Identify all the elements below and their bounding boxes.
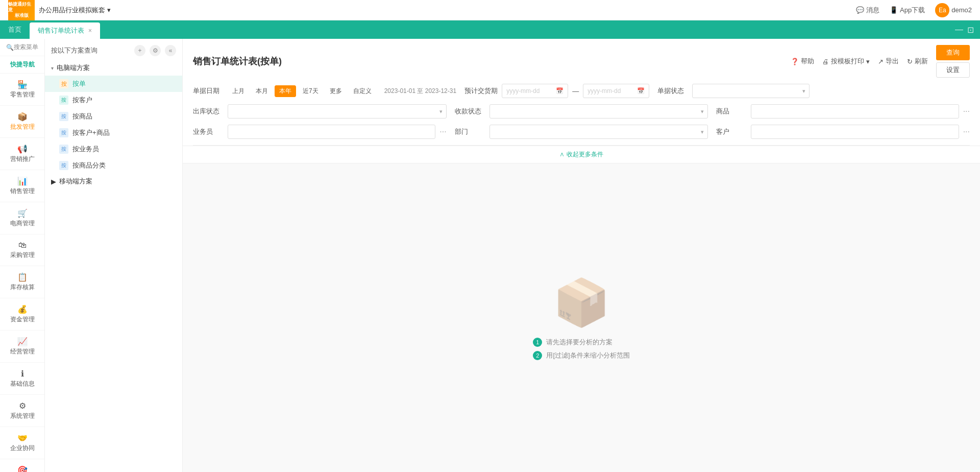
- scheme-item-by-customer[interactable]: 按 按客户: [45, 92, 182, 108]
- empty-state: 📦 1 请先选择要分析的方案 2 用[过滤]条件来缩小分析范围: [183, 163, 980, 472]
- purchase-label: 采购管理: [2, 251, 42, 259]
- date-buttons: 上月 本月 本年 近7天 更多 自定义: [228, 85, 376, 97]
- message-button[interactable]: 💬 消息: [856, 6, 879, 15]
- scheme-settings-button[interactable]: ⚙: [150, 45, 161, 56]
- sidebar-item-ecommerce[interactable]: 🛒 电商管理: [0, 202, 44, 234]
- sales-label: 销售管理: [2, 187, 42, 196]
- sidebar-item-sales[interactable]: 📊 销售管理: [0, 170, 44, 202]
- expected-date-start[interactable]: yyyy-mm-dd 📅: [502, 84, 568, 98]
- department-label: 部门: [455, 127, 485, 136]
- retail-label: 零售管理: [2, 90, 42, 99]
- by-customer-icon: 按: [59, 96, 68, 105]
- user-menu[interactable]: Ea demo2: [935, 3, 972, 17]
- filter-row-2: 出库状态 收款状态: [193, 104, 970, 119]
- search-icon: 🔍: [6, 44, 14, 51]
- dropdown-arrow-icon: ▾: [107, 6, 111, 14]
- message-icon: 💬: [856, 6, 864, 14]
- sidebar-item-finance[interactable]: 💰 资金管理: [0, 298, 44, 331]
- scheme-item-by-customer-goods[interactable]: 按 按客户+商品: [45, 125, 182, 141]
- scheme-mobile-section: ▶ 移动端方案: [45, 174, 182, 189]
- export-button[interactable]: ↗ 导出: [878, 57, 899, 66]
- date-btn-last-month[interactable]: 上月: [228, 85, 249, 97]
- scheme-item-by-goods[interactable]: 按 按商品: [45, 108, 182, 125]
- content-header: 销售订单统计表(按单) ❓ 帮助 🖨 按模板打印 ▾ ↗: [183, 39, 980, 146]
- tabbar-actions: — ⊡: [955, 20, 980, 39]
- calendar-icon-start: 📅: [556, 87, 564, 95]
- nav-label: 快捷导航: [10, 60, 35, 69]
- order-status-label: 单据状态: [657, 86, 688, 96]
- scheme-item-by-salesperson[interactable]: 按 按业务员: [45, 141, 182, 157]
- goods-dots[interactable]: ···: [963, 107, 970, 116]
- delivery-status-select[interactable]: [228, 104, 447, 119]
- scheme-header-icons: + ⚙ «: [134, 45, 176, 56]
- scheme-pc-section: ▾ 电脑端方案 按 按单 按 按客户 按 按商品 按 按客户+商品: [45, 60, 182, 174]
- mobile-section-label: 移动端方案: [59, 177, 92, 186]
- department-select[interactable]: [489, 125, 708, 139]
- sidebar-item-marketing[interactable]: 📢 营销推广: [0, 138, 44, 170]
- tab-sales-stats[interactable]: 销售订单统计表 ×: [30, 22, 100, 39]
- scheme-item-by-category[interactable]: 按 按商品分类: [45, 157, 182, 174]
- tab-home[interactable]: 首页: [0, 20, 30, 39]
- tip-num-1: 1: [533, 338, 542, 347]
- scheme-item-by-order[interactable]: 按 按单: [45, 76, 182, 92]
- export-label: 导出: [886, 57, 899, 66]
- salesperson-dots[interactable]: ···: [439, 127, 446, 136]
- tab-minimize-icon[interactable]: —: [955, 25, 963, 34]
- help-label: 帮助: [801, 57, 814, 66]
- date-btn-7days[interactable]: 近7天: [298, 85, 323, 97]
- by-goods-label: 按商品: [72, 112, 92, 121]
- scheme-add-button[interactable]: +: [134, 45, 145, 56]
- user-name: demo2: [951, 6, 972, 14]
- calendar-icon-end: 📅: [637, 87, 645, 95]
- empty-illustration: 📦: [553, 276, 610, 329]
- date-filter: 单据日期 上月 本月 本年 近7天 更多 自定义 2023-01-01 至 20…: [193, 85, 456, 97]
- scheme-collapse-button[interactable]: «: [165, 45, 176, 56]
- scheme-mobile-section-title[interactable]: ▶ 移动端方案: [45, 174, 182, 189]
- date-btn-custom[interactable]: 自定义: [349, 85, 376, 97]
- sidebar-item-retail[interactable]: 🏪 零售管理: [0, 74, 44, 106]
- sidebar-item-system[interactable]: ⚙ 系统管理: [0, 395, 44, 427]
- print-button[interactable]: 🖨 按模板打印 ▾: [822, 57, 870, 66]
- sidebar-item-wholesale[interactable]: 📦 批发管理: [0, 106, 44, 138]
- sidebar-item-enterprise[interactable]: 🤝 企业协同: [0, 427, 44, 459]
- date-btn-this-month[interactable]: 本月: [251, 85, 273, 97]
- tab-maximize-icon[interactable]: ⊡: [967, 25, 974, 35]
- tab-close-icon[interactable]: ×: [88, 27, 92, 34]
- main-layout: 🔍 搜索菜单 快捷导航 🏪 零售管理 📦 批发管理 📢 营销推广 📊 销售管理 …: [0, 39, 980, 472]
- order-status-select-wrapper: [692, 84, 810, 98]
- date-btn-this-year[interactable]: 本年: [275, 85, 296, 97]
- customer-dots[interactable]: ···: [963, 127, 970, 136]
- refresh-button[interactable]: ↻ 刷新: [907, 57, 928, 66]
- app-title-dropdown[interactable]: 办公用品行业模拟账套 ▾: [39, 6, 111, 15]
- sidebar-item-guide[interactable]: 🎯 新手引导: [0, 459, 44, 472]
- collapse-bar[interactable]: ∧ 收起更多条件: [183, 146, 980, 163]
- sidebar-item-basic[interactable]: ℹ 基础信息: [0, 363, 44, 395]
- date-range-text: 2023-01-01 至 2023-12-31: [384, 87, 456, 96]
- download-button[interactable]: 📱 App下载: [890, 6, 925, 15]
- topbar-right: 💬 消息 📱 App下载 Ea demo2: [856, 3, 972, 17]
- sidebar-search[interactable]: 🔍 搜索菜单: [0, 39, 44, 56]
- collapse-label: 收起更多条件: [567, 151, 603, 158]
- salesperson-input[interactable]: [228, 125, 435, 139]
- content-area: 销售订单统计表(按单) ❓ 帮助 🖨 按模板打印 ▾ ↗: [183, 39, 980, 472]
- date-placeholder2: yyyy-mm-dd: [587, 87, 621, 95]
- sidebar-item-inventory[interactable]: 📋 库存核算: [0, 266, 44, 298]
- order-status-filter: 单据状态: [657, 84, 810, 98]
- help-button[interactable]: ❓ 帮助: [791, 57, 814, 66]
- topbar: 畅捷通好生意 标准版 办公用品行业模拟账套 ▾ 💬 消息 📱 App下载 Ea …: [0, 0, 980, 20]
- reset-button[interactable]: 设置: [936, 62, 970, 78]
- sidebar-item-operations[interactable]: 📈 经营管理: [0, 331, 44, 363]
- payment-status-select[interactable]: [489, 104, 708, 119]
- query-button[interactable]: 查询: [936, 45, 970, 60]
- topbar-left: 畅捷通好生意 标准版 办公用品行业模拟账套 ▾: [8, 0, 111, 20]
- order-status-select[interactable]: [692, 84, 810, 98]
- date-btn-more[interactable]: 更多: [325, 85, 347, 97]
- department-filter: 部门: [455, 125, 708, 139]
- app-title-text: 办公用品行业模拟账套: [39, 6, 105, 15]
- goods-input[interactable]: [751, 104, 959, 119]
- sidebar-quick-nav[interactable]: 快捷导航: [0, 56, 44, 74]
- sidebar-item-purchase[interactable]: 🛍 采购管理: [0, 234, 44, 266]
- expected-date-end[interactable]: yyyy-mm-dd 📅: [583, 84, 649, 98]
- customer-input[interactable]: [751, 125, 959, 139]
- scheme-pc-section-title[interactable]: ▾ 电脑端方案: [45, 60, 182, 76]
